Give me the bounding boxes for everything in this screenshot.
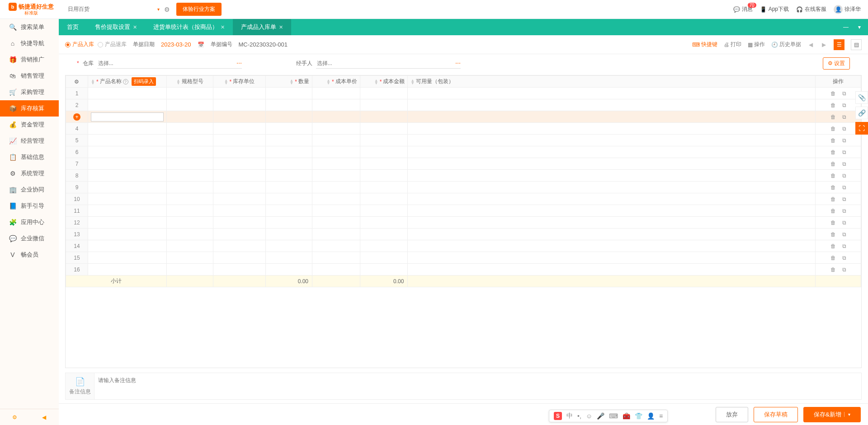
table-row[interactable]: +🗑⧉ — [66, 111, 861, 123]
delete-icon[interactable]: 🗑 — [830, 90, 836, 97]
sidebar-item-13[interactable]: 💬企业微信 — [0, 230, 59, 247]
discard-button[interactable]: 放弃 — [716, 407, 748, 422]
sidebar-item-10[interactable]: 🏢企业协同 — [0, 182, 59, 198]
sidebar-item-6[interactable]: 💰资金管理 — [0, 117, 59, 133]
sidebar-item-11[interactable]: 📘新手引导 — [0, 198, 59, 214]
table-row[interactable]: 7🗑⧉ — [66, 158, 861, 170]
copy-icon[interactable]: ⧉ — [842, 102, 846, 108]
delete-icon[interactable]: 🗑 — [830, 114, 836, 120]
table-row[interactable]: 13🗑⧉ — [66, 229, 861, 240]
delete-icon[interactable]: 🗑 — [830, 266, 836, 273]
copy-icon[interactable]: ⧉ — [842, 231, 846, 238]
gear-icon[interactable]: ⚙ — [164, 6, 170, 13]
close-icon[interactable]: ✕ — [279, 24, 283, 30]
sidebar-item-9[interactable]: ⚙系统管理 — [0, 165, 59, 182]
ime-punct-icon[interactable]: •, — [577, 412, 581, 420]
copy-icon[interactable]: ⧉ — [842, 196, 846, 202]
copy-icon[interactable]: ⧉ — [842, 90, 846, 97]
settings-button[interactable]: ⚙ 设置 — [823, 57, 850, 70]
sidebar-item-14[interactable]: V畅会员 — [0, 247, 59, 263]
delete-icon[interactable]: 🗑 — [830, 208, 836, 214]
col-spec[interactable]: ▲▼规格型号 — [166, 76, 213, 88]
add-row-button[interactable]: + — [73, 113, 80, 121]
copy-icon[interactable]: ⧉ — [842, 208, 846, 214]
col-available[interactable]: ▲▼可用量（包装） — [408, 76, 816, 88]
table-row[interactable]: 11🗑⧉ — [66, 205, 861, 217]
tab-2[interactable]: 进货单统计表（按商品）✕ — [145, 19, 233, 35]
online-service-button[interactable]: 🎧 在线客服 — [796, 5, 826, 13]
table-row[interactable]: 9🗑⧉ — [66, 182, 861, 193]
tabs-more-button[interactable]: ▾ — [854, 21, 865, 33]
messages-button[interactable]: 💬 消息 70 — [733, 5, 753, 13]
copy-icon[interactable]: ⧉ — [842, 184, 846, 191]
col-unit[interactable]: ▲▼*库存单位 — [213, 76, 265, 88]
close-icon[interactable]: ✕ — [133, 24, 137, 30]
col-amount[interactable]: ▲▼*成本金额 — [360, 76, 408, 88]
app-download-button[interactable]: 📱 App下载 — [760, 5, 789, 13]
table-row[interactable]: 5🗑⧉ — [66, 135, 861, 146]
view-card-button[interactable]: ▤ — [851, 39, 862, 50]
table-row[interactable]: 4🗑⧉ — [66, 123, 861, 135]
try-industry-button[interactable]: 体验行业方案 — [176, 3, 222, 16]
table-row[interactable]: 2🗑⧉ — [66, 99, 861, 111]
sidebar-item-5[interactable]: 📦库存核算 — [0, 100, 59, 117]
table-row[interactable]: 16🗑⧉ — [66, 264, 861, 276]
sidebar-item-0[interactable]: 🔍搜索菜单 — [0, 19, 59, 35]
copy-icon[interactable]: ⧉ — [842, 149, 846, 155]
user-menu[interactable]: 👤 徐泽华 — [834, 5, 861, 14]
copy-icon[interactable]: ⧉ — [842, 266, 846, 273]
radio-product-out[interactable]: 产品退库 — [98, 41, 127, 48]
industry-selector[interactable]: 日用百货 ▾ — [68, 5, 160, 13]
next-doc-button[interactable]: ▶ — [821, 42, 827, 48]
history-button[interactable]: 🕘 历史单据 — [771, 41, 801, 48]
ime-menu-icon[interactable]: ≡ — [659, 412, 663, 420]
delete-icon[interactable]: 🗑 — [830, 220, 836, 226]
sidebar-item-3[interactable]: 🛍销售管理 — [0, 68, 59, 84]
ime-tools-icon[interactable]: 🧰 — [623, 412, 630, 420]
delete-icon[interactable]: 🗑 — [830, 161, 836, 167]
radio-product-in[interactable]: 产品入库 — [65, 41, 94, 48]
table-row[interactable]: 1🗑⧉ — [66, 88, 861, 99]
table-row[interactable]: 14🗑⧉ — [66, 240, 861, 252]
delete-icon[interactable]: 🗑 — [830, 149, 836, 155]
tab-0[interactable]: 首页 — [59, 19, 87, 35]
copy-icon[interactable]: ⧉ — [842, 114, 846, 120]
sidebar-settings-button[interactable]: ⚙ — [0, 409, 29, 425]
copy-icon[interactable]: ⧉ — [842, 220, 846, 226]
copy-icon[interactable]: ⧉ — [842, 255, 846, 261]
sidebar-item-2[interactable]: 🎁营销推广 — [0, 51, 59, 68]
view-list-button[interactable]: ☰ — [834, 39, 844, 50]
ime-emoji-icon[interactable]: ☺ — [586, 412, 592, 420]
warehouse-select[interactable] — [97, 58, 242, 69]
copy-icon[interactable]: ⧉ — [842, 173, 846, 179]
table-row[interactable]: 6🗑⧉ — [66, 146, 861, 158]
print-button[interactable]: 🖨 打印 — [724, 41, 741, 48]
delete-icon[interactable]: 🗑 — [830, 231, 836, 238]
close-icon[interactable]: ✕ — [221, 24, 225, 30]
copy-icon[interactable]: ⧉ — [842, 161, 846, 167]
delete-icon[interactable]: 🗑 — [830, 173, 836, 179]
table-row[interactable]: 15🗑⧉ — [66, 252, 861, 264]
col-config[interactable]: ⚙ — [66, 76, 88, 88]
delete-icon[interactable]: 🗑 — [830, 102, 836, 108]
ime-skin-icon[interactable]: 👕 — [635, 412, 642, 420]
save-draft-button[interactable]: 保存草稿 — [754, 407, 798, 422]
help-icon[interactable]: ? — [123, 79, 128, 84]
scan-badge[interactable]: 扫码录入 — [132, 77, 156, 86]
table-row[interactable]: 12🗑⧉ — [66, 217, 861, 229]
delete-icon[interactable]: 🗑 — [830, 184, 836, 191]
table-row[interactable]: 10🗑⧉ — [66, 193, 861, 205]
tab-1[interactable]: 售价提取设置✕ — [87, 19, 145, 35]
rail-attach-button[interactable]: 📎 — [855, 91, 868, 104]
calendar-icon[interactable]: 📅 — [198, 42, 204, 48]
delete-icon[interactable]: 🗑 — [830, 196, 836, 202]
sidebar-item-8[interactable]: 📋基础信息 — [0, 149, 59, 165]
rail-expand-button[interactable]: ⛶ — [855, 122, 868, 135]
save-new-button[interactable]: 保存&新增 ▾ — [803, 407, 861, 422]
sidebar-item-12[interactable]: 🧩应用中心 — [0, 214, 59, 230]
sidebar-item-1[interactable]: ⌂快捷导航 — [0, 35, 59, 51]
copy-icon[interactable]: ⧉ — [842, 243, 846, 249]
col-product[interactable]: ▲▼ * 产品名称 ? 扫码录入 — [88, 76, 166, 88]
hotkey-button[interactable]: ⌨ 快捷键 — [692, 41, 717, 48]
delete-icon[interactable]: 🗑 — [830, 255, 836, 261]
